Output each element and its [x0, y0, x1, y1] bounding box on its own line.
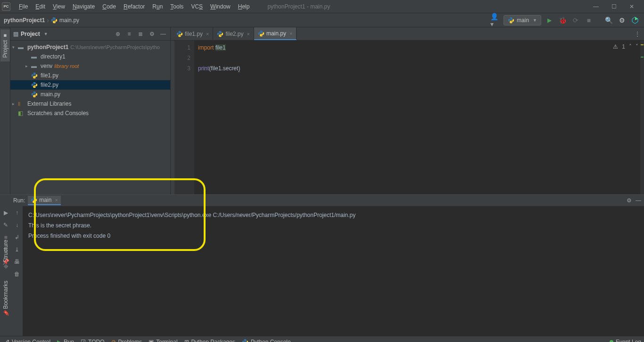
svg-point-1 — [55, 22, 56, 23]
expand-arrow-icon[interactable]: ▸ — [25, 64, 31, 68]
close-tab-icon[interactable]: × — [289, 31, 292, 36]
collapse-all-icon[interactable]: ≣ — [136, 30, 145, 38]
chevron-down-icon: ▼ — [533, 18, 537, 23]
tree-item-main[interactable]: main.py — [10, 90, 170, 99]
maximize-button[interactable]: ☐ — [609, 3, 619, 10]
expand-arrow-icon[interactable]: ▾ — [12, 45, 18, 50]
app-icon: PC — [2, 2, 10, 11]
settings-icon[interactable]: ⚙ — [617, 15, 627, 25]
menu-help[interactable]: Help — [234, 3, 254, 10]
menu-view[interactable]: View — [49, 3, 69, 10]
soft-wrap-icon[interactable]: ↲ — [12, 233, 22, 242]
line-number: 1 — [176, 42, 190, 53]
python-file-icon — [258, 30, 264, 37]
locate-icon[interactable]: ⊕ — [114, 30, 122, 38]
menu-edit[interactable]: Edit — [32, 3, 49, 10]
event-log[interactable]: Event Log — [610, 339, 641, 342]
tab-structure[interactable]: 🞜 Structure — [0, 236, 10, 273]
tool-run[interactable]: ▶Run — [57, 339, 74, 342]
tool-problems[interactable]: ⊘Problems — [111, 339, 142, 342]
play-icon: ▶ — [57, 339, 61, 342]
up-stack-icon[interactable]: ↑ — [12, 208, 22, 217]
chevron-down-icon[interactable]: ˅ — [636, 43, 638, 50]
folder-icon: ▬ — [31, 63, 39, 69]
run-config-selector[interactable]: main ▼ — [504, 15, 541, 25]
python-icon — [508, 17, 514, 24]
expand-arrow-icon[interactable]: ▸ — [12, 101, 18, 106]
run-config-label: main — [517, 17, 529, 24]
tool-terminal[interactable]: ▣Terminal — [149, 339, 177, 342]
menu-vcs[interactable]: VCS — [187, 3, 206, 10]
run-button[interactable]: ▶ — [544, 15, 554, 25]
run-settings-icon[interactable]: ⚙ — [627, 197, 632, 204]
tool-version-control[interactable]: ⎇Version Control — [3, 339, 50, 342]
warning-icon: ⚠ — [613, 43, 618, 50]
library-root-hint: library root — [54, 63, 79, 69]
menu-window[interactable]: Window — [206, 3, 234, 10]
menu-refactor[interactable]: Refactor — [120, 3, 149, 10]
scroll-end-icon[interactable]: ⤓ — [12, 245, 22, 254]
tree-item-venv[interactable]: ▸ ▬ venv library root — [10, 61, 170, 71]
close-tab-icon[interactable]: × — [206, 31, 209, 37]
expand-all-icon[interactable]: ≡ — [125, 30, 133, 38]
menu-navigate[interactable]: Navigate — [69, 3, 99, 10]
tree-label: External Libraries — [27, 100, 71, 107]
tab-file2[interactable]: file2.py × — [213, 27, 254, 40]
tab-bookmarks[interactable]: 🔖 Bookmarks — [0, 277, 10, 320]
tree-item-file2[interactable]: file2.py — [10, 80, 170, 90]
tree-item-directory1[interactable]: ▬ directory1 — [10, 52, 170, 61]
menu-run[interactable]: Run — [149, 3, 166, 10]
tool-python-packages[interactable]: ⊞Python Packages — [184, 339, 235, 342]
breadcrumb-file[interactable]: main.py — [59, 17, 79, 24]
down-stack-icon[interactable]: ↓ — [12, 220, 22, 230]
tree-root-path: C:\Users\never\PycharmProjects\pytho — [70, 44, 160, 50]
search-icon[interactable]: 🔍 — [603, 15, 614, 25]
error-stripe[interactable] — [640, 41, 644, 194]
menu-tools[interactable]: Tools — [166, 3, 187, 10]
run-with-coverage-button[interactable]: ⟳ — [570, 15, 581, 25]
breadcrumb-project[interactable]: pythonProject1 — [4, 17, 45, 24]
tool-python-console[interactable]: Python Console — [242, 339, 291, 342]
libraries-icon: ⫴ — [18, 100, 25, 107]
tree-root[interactable]: ▾ ▬ pythonProject1 C:\Users\never\Pychar… — [10, 42, 170, 52]
project-view-icon: ▤ — [13, 31, 18, 37]
close-tab-icon[interactable]: × — [247, 31, 250, 37]
user-icon[interactable]: 👤▾ — [490, 15, 501, 25]
breadcrumb-sep-icon: › — [47, 17, 49, 24]
project-tree[interactable]: ▾ ▬ pythonProject1 C:\Users\never\Pychar… — [10, 41, 170, 120]
menu-file[interactable]: File — [15, 3, 32, 10]
tree-label: venv — [41, 63, 52, 69]
inspections-widget[interactable]: ⚠ 1 ˄ ˅ — [613, 43, 638, 50]
tab-label: file1.py — [185, 31, 203, 37]
editor-content[interactable]: 1 2 3 import file1 print(file1.secret) ⚠… — [171, 41, 644, 194]
tree-label: Scratches and Consoles — [27, 110, 89, 117]
run-tab-main[interactable]: main × — [28, 196, 60, 205]
code-with-me-icon[interactable] — [630, 15, 640, 25]
run-title: Run: — [13, 197, 25, 204]
panel-title[interactable]: Project — [21, 31, 40, 37]
tab-main[interactable]: main.py × — [254, 27, 297, 40]
tab-options-icon[interactable]: ⋮ — [635, 31, 640, 37]
title-bar: PC File Edit View Navigate Code Refactor… — [0, 0, 644, 13]
trash-icon[interactable]: 🗑 — [12, 269, 22, 279]
tool-todo[interactable]: ☑TODO — [81, 339, 104, 342]
minimize-button[interactable]: — — [591, 3, 601, 10]
print-icon[interactable]: 🖶 — [12, 257, 22, 267]
menu-code[interactable]: Code — [99, 3, 120, 10]
tree-item-file1[interactable]: file1.py — [10, 71, 170, 80]
stop-button[interactable]: ■ — [584, 15, 594, 25]
close-tab-icon[interactable]: × — [55, 197, 58, 203]
code-area[interactable]: import file1 print(file1.secret) — [194, 41, 644, 194]
tab-project[interactable]: Project ■ — [0, 29, 10, 61]
chevron-down-icon[interactable]: ▼ — [44, 32, 48, 36]
panel-settings-icon[interactable]: ⚙ — [148, 30, 156, 38]
close-button[interactable]: ✕ — [627, 3, 636, 10]
debug-button[interactable]: 🐞 — [557, 15, 568, 25]
tree-external-libs[interactable]: ▸ ⫴ External Libraries — [10, 99, 170, 108]
console-output[interactable]: C:\Users\never\PycharmProjects\pythonPro… — [23, 206, 644, 336]
hide-panel-icon[interactable]: — — [636, 197, 641, 204]
hide-panel-icon[interactable]: — — [159, 30, 167, 38]
tree-scratches[interactable]: ◧ Scratches and Consoles — [10, 108, 170, 118]
chevron-up-icon[interactable]: ˄ — [629, 43, 632, 50]
tab-file1[interactable]: file1.py × — [173, 27, 213, 40]
